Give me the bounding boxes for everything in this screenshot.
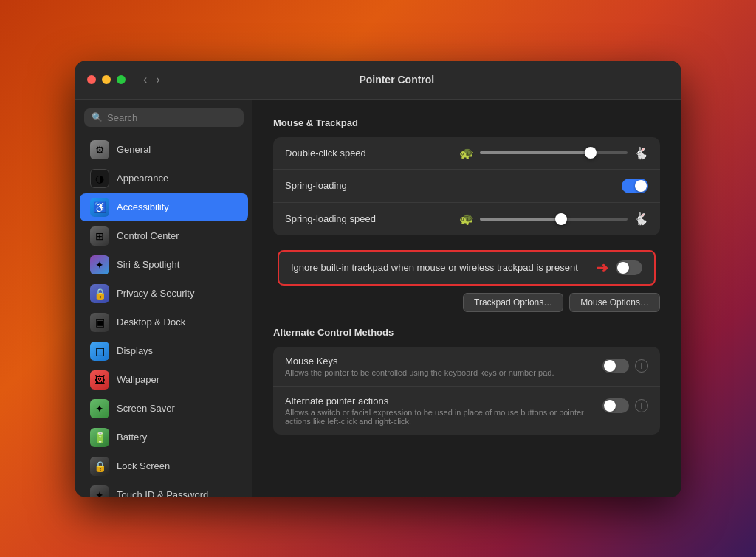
alt-control-section-title: Alternate Control Methods: [273, 327, 660, 338]
mouse-keys-info-button[interactable]: i: [635, 359, 648, 373]
trackpad-mouse-buttons-row: Trackpad Options… Mouse Options…: [273, 293, 660, 312]
alt-pointer-controls: i: [602, 398, 648, 413]
spring-loading-speed-row: Spring-loading speed 🐢 🐇: [273, 203, 660, 235]
mouse-keys-label: Mouse Keys: [285, 356, 595, 367]
ignore-trackpad-toggle-knob: [617, 262, 629, 274]
ignore-trackpad-toggle[interactable]: [616, 260, 642, 275]
spring-loading-speed-slider-row: 🐢 🐇: [459, 212, 648, 226]
alt-pointer-label: Alternate pointer actions: [285, 395, 595, 406]
mouse-trackpad-group: Double-click speed 🐢 🐇 Spring-loading: [273, 137, 660, 235]
sidebar-label-accessibility: Accessibility: [117, 201, 169, 212]
spring-loading-row: Spring-loading: [273, 170, 660, 203]
sidebar-label-desktop: Desktop & Dock: [117, 316, 185, 328]
search-icon: 🔍: [92, 112, 103, 122]
sidebar-icon-control-center: ⊞: [90, 226, 109, 246]
sidebar-item-desktop[interactable]: ▣Desktop & Dock: [80, 308, 248, 336]
mouse-options-button[interactable]: Mouse Options…: [569, 293, 660, 312]
sidebar-item-touchid[interactable]: ✦Touch ID & Password: [80, 481, 248, 497]
sidebar-label-control-center: Control Center: [117, 230, 179, 241]
slider-right-icon-2: 🐇: [633, 212, 648, 226]
sidebar-item-lockscreen[interactable]: 🔒Lock Screen: [80, 452, 248, 480]
sidebar-icon-battery: 🔋: [90, 428, 109, 447]
sidebar-item-appearance[interactable]: ◑Appearance: [80, 165, 248, 193]
spring-loading-toggle[interactable]: [622, 179, 648, 193]
sidebar-item-battery[interactable]: 🔋Battery: [80, 423, 248, 452]
spring-loading-slider-thumb[interactable]: [555, 213, 567, 225]
slider-left-icon-2: 🐢: [459, 212, 474, 226]
sidebar-item-wallpaper[interactable]: 🖼Wallpaper: [80, 366, 248, 394]
sidebar-icon-appearance: ◑: [90, 169, 109, 188]
sidebar-icon-wallpaper: 🖼: [90, 370, 109, 390]
sidebar-items: ⚙General◑Appearance♿Accessibility⊞Contro…: [75, 136, 252, 497]
sidebar-label-screensaver: Screen Saver: [117, 403, 175, 414]
double-click-speed-row: Double-click speed 🐢 🐇: [273, 137, 660, 170]
alt-control-group: Mouse Keys Allows the pointer to be cont…: [273, 347, 660, 435]
forward-button[interactable]: ›: [153, 72, 162, 88]
alt-pointer-toggle-knob: [604, 400, 616, 412]
sidebar-label-wallpaper: Wallpaper: [117, 374, 159, 385]
spring-loading-speed-label: Spring-loading speed: [285, 213, 452, 224]
sidebar-label-displays: Displays: [117, 345, 153, 356]
spring-loading-toggle-knob: [635, 180, 647, 192]
sidebar-icon-siri: ✦: [90, 255, 109, 274]
double-click-slider-thumb[interactable]: [585, 147, 597, 159]
ignore-trackpad-group: Ignore built-in trackpad when mouse or w…: [273, 250, 660, 286]
sidebar-label-siri: Siri & Spotlight: [117, 259, 179, 270]
sidebar-item-control-center[interactable]: ⊞Control Center: [80, 222, 248, 250]
titlebar: ‹ › Pointer Control: [75, 61, 681, 100]
sidebar-item-privacy[interactable]: 🔒Privacy & Security: [80, 280, 248, 308]
sidebar-icon-desktop: ▣: [90, 313, 109, 332]
main-content: Mouse & Trackpad Double-click speed 🐢 🐇: [252, 100, 681, 497]
alt-pointer-row: Alternate pointer actions Allows a switc…: [273, 387, 660, 435]
sidebar-icon-screensaver: ✦: [90, 399, 109, 418]
sidebar-icon-privacy: 🔒: [90, 284, 109, 303]
alt-pointer-sublabel: Allows a switch or facial expression to …: [285, 408, 595, 426]
search-box[interactable]: 🔍: [84, 108, 244, 127]
mouse-keys-row: Mouse Keys Allows the pointer to be cont…: [273, 347, 660, 387]
search-input[interactable]: [107, 112, 236, 123]
sidebar-item-displays[interactable]: ◫Displays: [80, 337, 248, 365]
mouse-keys-controls: i: [602, 359, 648, 373]
spring-loading-label: Spring-loading: [285, 180, 614, 191]
alt-pointer-text: Alternate pointer actions Allows a switc…: [285, 395, 595, 426]
alt-pointer-toggle[interactable]: [602, 398, 629, 413]
sidebar-item-screensaver[interactable]: ✦Screen Saver: [80, 395, 248, 423]
double-click-slider-track[interactable]: [480, 151, 628, 154]
slider-right-icon: 🐇: [633, 146, 648, 160]
mouse-keys-sublabel: Allows the pointer to be controlled usin…: [285, 368, 595, 377]
close-button[interactable]: [87, 75, 96, 84]
sidebar-label-appearance: Appearance: [117, 173, 168, 184]
window-title: Pointer Control: [169, 74, 625, 86]
system-preferences-window: ‹ › Pointer Control 🔍 ⚙General◑Appearanc…: [75, 61, 681, 497]
sidebar-label-lockscreen: Lock Screen: [117, 460, 170, 471]
sidebar: 🔍 ⚙General◑Appearance♿Accessibility⊞Cont…: [75, 100, 252, 497]
maximize-button[interactable]: [117, 75, 126, 84]
minimize-button[interactable]: [102, 75, 111, 84]
ignore-trackpad-row: Ignore built-in trackpad when mouse or w…: [278, 250, 656, 286]
sidebar-icon-accessibility: ♿: [90, 198, 109, 217]
mouse-trackpad-section-title: Mouse & Trackpad: [273, 117, 660, 128]
double-click-speed-slider-row: 🐢 🐇: [459, 146, 648, 160]
mouse-keys-text: Mouse Keys Allows the pointer to be cont…: [285, 356, 595, 377]
sidebar-icon-displays: ◫: [90, 342, 109, 361]
content-area: 🔍 ⚙General◑Appearance♿Accessibility⊞Cont…: [75, 100, 681, 497]
sidebar-label-privacy: Privacy & Security: [117, 288, 194, 299]
sidebar-icon-lockscreen: 🔒: [90, 457, 109, 476]
slider-left-icon: 🐢: [459, 146, 474, 160]
sidebar-item-accessibility[interactable]: ♿Accessibility: [80, 193, 248, 221]
sidebar-item-general[interactable]: ⚙General: [80, 136, 248, 164]
sidebar-label-touchid: Touch ID & Password: [117, 489, 208, 497]
nav-arrows: ‹ ›: [140, 72, 163, 88]
mouse-keys-toggle-knob: [604, 360, 616, 372]
back-button[interactable]: ‹: [140, 72, 150, 88]
sidebar-item-siri[interactable]: ✦Siri & Spotlight: [80, 251, 248, 279]
sidebar-label-general: General: [117, 144, 151, 155]
spring-loading-slider-track[interactable]: [480, 218, 628, 221]
sidebar-icon-touchid: ✦: [90, 485, 109, 497]
mouse-keys-toggle[interactable]: [602, 359, 629, 373]
ignore-trackpad-label: Ignore built-in trackpad when mouse or w…: [291, 262, 588, 273]
double-click-slider-fill: [480, 151, 591, 154]
trackpad-options-button[interactable]: Trackpad Options…: [463, 293, 563, 312]
alt-pointer-info-button[interactable]: i: [635, 399, 648, 412]
spring-loading-slider-fill: [480, 218, 561, 221]
